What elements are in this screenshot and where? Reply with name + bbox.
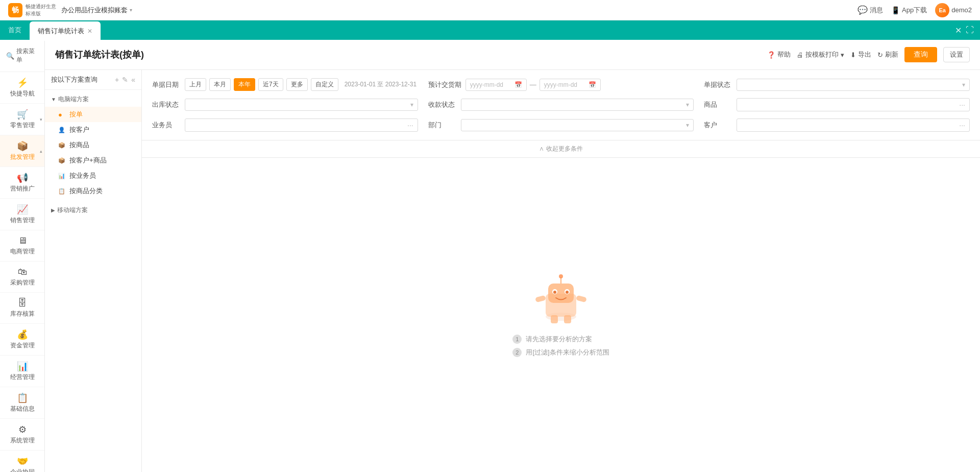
department-select[interactable]: ▾ bbox=[461, 119, 694, 131]
inventory-label: 库存核算 bbox=[10, 310, 35, 318]
date-from-input[interactable]: yyyy-mm-dd 📅 bbox=[465, 79, 527, 91]
sidebar-item-system[interactable]: ⚙ 系统管理 bbox=[0, 419, 44, 451]
date-this-year-btn[interactable]: 本年 bbox=[234, 78, 255, 91]
scheme-group-pc: ▼ 电脑端方案 ● 按单 👤 按客户 📦 按商品 bbox=[45, 90, 141, 201]
refresh-label: 刷新 bbox=[885, 50, 898, 59]
order-status-select[interactable]: ▾ bbox=[737, 79, 970, 91]
refresh-icon: ↻ bbox=[877, 51, 883, 59]
scheme-add-btn[interactable]: + bbox=[115, 76, 119, 84]
customer-input[interactable]: ··· bbox=[737, 119, 970, 132]
sidebar-item-wholesale-mgmt[interactable]: 📦 批发管理 ▴ bbox=[0, 135, 44, 167]
template-print-btn[interactable]: 🖨 按模板打印 ▾ bbox=[797, 50, 844, 59]
by-goods-label: 按商品 bbox=[69, 140, 89, 150]
wholesale-label: 批发管理 bbox=[10, 153, 35, 161]
tab-sales-order-stat[interactable]: 销售订单统计表 ✕ bbox=[30, 21, 101, 41]
quick-nav-label: 快捷导航 bbox=[10, 89, 35, 98]
hint-num-1: 1 bbox=[512, 335, 522, 344]
page-header: 销售订单统计表(按单) ❓ 帮助 🖨 按模板打印 ▾ ⬇ 导出 ↻ 刷新 bbox=[45, 40, 980, 70]
scheme-collapse-btn[interactable]: « bbox=[131, 76, 135, 84]
tab-expand-btn[interactable]: ⛶ bbox=[966, 26, 974, 35]
sidebar-item-ecom-mgmt[interactable]: 🖥 电商管理 bbox=[0, 230, 44, 262]
ecom-icon: 🖥 bbox=[18, 235, 27, 246]
date-to-placeholder: yyyy-mm-dd bbox=[544, 81, 577, 88]
hint-text-2: 用[过滤]条件来缩小分析范围 bbox=[526, 348, 609, 357]
ecom-label: 电商管理 bbox=[10, 247, 35, 256]
salesperson-input[interactable]: ··· bbox=[185, 119, 418, 132]
tab-home[interactable]: 首页 bbox=[0, 20, 30, 40]
app-download-icon: 📱 bbox=[891, 6, 900, 14]
tab-close-icon[interactable]: ✕ bbox=[87, 28, 92, 35]
filter-order-status-group: 单据状态 ▾ bbox=[704, 79, 970, 91]
sales-label: 销售管理 bbox=[10, 216, 35, 225]
by-order-icon: ● bbox=[58, 111, 66, 119]
app-download-label: App下载 bbox=[902, 6, 927, 15]
sidebar-item-finance[interactable]: 💰 资金管理 bbox=[0, 324, 44, 356]
top-header: 畅 畅捷通好生意 标准版 办公用品行业模拟账套 ▾ 💬 消息 📱 App下载 E… bbox=[0, 0, 980, 20]
sidebar-item-retail-mgmt[interactable]: 🛒 零售管理 ▾ bbox=[0, 104, 44, 135]
export-label: 导出 bbox=[858, 50, 871, 59]
settings-btn[interactable]: 设置 bbox=[943, 47, 970, 62]
collapse-bar[interactable]: ∧ 收起更多条件 bbox=[142, 140, 980, 158]
calendar-icon: 📅 bbox=[514, 81, 522, 88]
refresh-btn[interactable]: ↻ 刷新 bbox=[877, 50, 898, 59]
sidebar-item-enterprise[interactable]: 🤝 企业协同 bbox=[0, 451, 44, 472]
app-name: 畅捷通好生意 标准版 bbox=[26, 3, 56, 17]
scheme-edit-btn[interactable]: ✎ bbox=[122, 76, 128, 84]
sidebar: 🔍 搜索菜单 ⚡ 快捷导航 🛒 零售管理 ▾ 📦 批发管理 ▴ 📢 营销推广 📈… bbox=[0, 40, 45, 472]
payment-status-select[interactable]: ▾ bbox=[461, 99, 694, 111]
by-cat-label: 按商品分类 bbox=[69, 186, 103, 196]
page-actions: ❓ 帮助 🖨 按模板打印 ▾ ⬇ 导出 ↻ 刷新 查询 bbox=[767, 47, 970, 69]
help-btn[interactable]: ❓ 帮助 bbox=[767, 50, 791, 59]
sidebar-item-operations[interactable]: 📊 经营管理 bbox=[0, 356, 44, 387]
scheme-item-by-customer[interactable]: 👤 按客户 bbox=[45, 122, 141, 137]
query-label: 查询 bbox=[914, 50, 928, 59]
sidebar-item-marketing[interactable]: 📢 营销推广 bbox=[0, 167, 44, 199]
date-last-7-days-btn[interactable]: 近7天 bbox=[258, 78, 283, 91]
sidebar-item-base-info[interactable]: 📋 基础信息 bbox=[0, 387, 44, 419]
sidebar-item-sales-mgmt[interactable]: 📈 销售管理 bbox=[0, 199, 44, 230]
date-this-month-btn[interactable]: 本月 bbox=[209, 78, 231, 91]
pc-group-label: 电脑端方案 bbox=[58, 95, 89, 104]
user-profile[interactable]: Ea demo2 bbox=[935, 3, 972, 17]
sidebar-item-quick-nav[interactable]: ⚡ 快捷导航 bbox=[0, 72, 44, 104]
goods-input[interactable]: ··· bbox=[737, 98, 970, 111]
tab-close-window-btn[interactable]: ✕ bbox=[955, 26, 962, 35]
sidebar-item-purchase[interactable]: 🛍 采购管理 bbox=[0, 262, 44, 293]
date-to-input[interactable]: yyyy-mm-dd 📅 bbox=[540, 79, 601, 91]
date-more-btn[interactable]: 更多 bbox=[286, 78, 308, 91]
scheme-group-mobile-header[interactable]: ▶ 移动端方案 bbox=[45, 203, 141, 218]
app-logo: 畅 bbox=[8, 3, 22, 17]
scheme-panel: 按以下方案查询 + ✎ « ▼ 电脑端方案 ● 按单 bbox=[45, 70, 142, 472]
help-label: 帮助 bbox=[777, 50, 791, 59]
payment-status-chevron: ▾ bbox=[686, 101, 689, 108]
scheme-item-by-goods[interactable]: 📦 按商品 bbox=[45, 137, 141, 153]
scheme-item-by-order[interactable]: ● 按单 bbox=[45, 107, 141, 122]
empty-state: 1 请先选择要分析的方案 2 用[过滤]条件来缩小分析范围 bbox=[142, 158, 980, 472]
empty-illustration bbox=[530, 273, 592, 324]
query-btn[interactable]: 查询 bbox=[904, 47, 937, 62]
scheme-item-by-customer-goods[interactable]: 📦 按客户+商品 bbox=[45, 153, 141, 168]
sidebar-item-inventory[interactable]: 🗄 库存核算 bbox=[0, 293, 44, 324]
workspace-chevron: ▾ bbox=[130, 7, 132, 13]
avatar: Ea bbox=[935, 3, 949, 17]
scheme-item-by-salesperson[interactable]: 📊 按业务员 bbox=[45, 168, 141, 183]
date-custom-btn[interactable]: 自定义 bbox=[311, 78, 338, 91]
empty-hints: 1 请先选择要分析的方案 2 用[过滤]条件来缩小分析范围 bbox=[512, 335, 609, 357]
ship-status-label: 出库状态 bbox=[152, 100, 181, 109]
message-btn[interactable]: 💬 消息 bbox=[857, 5, 883, 15]
scheme-item-by-category[interactable]: 📋 按商品分类 bbox=[45, 183, 141, 199]
date-input-group: yyyy-mm-dd 📅 — yyyy-mm-dd 📅 bbox=[465, 79, 601, 91]
sidebar-search[interactable]: 🔍 搜索菜单 bbox=[2, 44, 42, 67]
wholesale-expand-arrow: ▴ bbox=[40, 149, 42, 154]
workspace-selector[interactable]: 办公用品行业模拟账套 ▾ bbox=[61, 6, 132, 15]
scheme-group-pc-header[interactable]: ▼ 电脑端方案 bbox=[45, 92, 141, 107]
customer-dots-icon: ··· bbox=[959, 121, 965, 129]
ship-status-select[interactable]: ▾ bbox=[185, 99, 418, 111]
settings-label: 设置 bbox=[950, 50, 963, 59]
app-download-btn[interactable]: 📱 App下载 bbox=[891, 6, 927, 15]
page-title: 销售订单统计表(按单) bbox=[55, 49, 144, 68]
filter-section: 单据日期 上月 本月 本年 近7天 更多 自定义 2023-01-01 至 20… bbox=[142, 70, 980, 140]
date-last-month-btn[interactable]: 上月 bbox=[185, 78, 206, 91]
ship-status-chevron: ▾ bbox=[410, 101, 413, 108]
export-btn[interactable]: ⬇ 导出 bbox=[850, 50, 871, 59]
